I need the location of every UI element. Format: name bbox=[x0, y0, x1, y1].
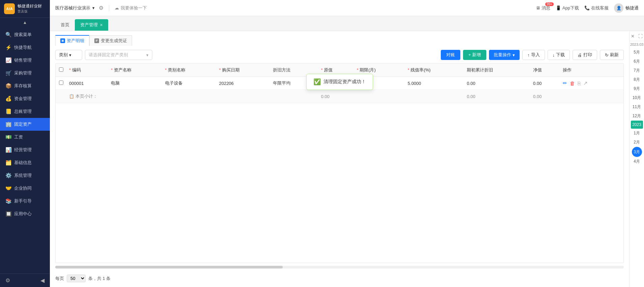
sidebar-item-label: 企业协同 bbox=[14, 185, 32, 191]
sidebar-item-label: 库存核算 bbox=[14, 83, 32, 89]
sidebar-icon: ⚙️ bbox=[5, 172, 11, 179]
company-selector[interactable]: 医疗器械行业演示 ▾ bbox=[55, 5, 95, 11]
more-icon[interactable]: ↗ bbox=[583, 80, 588, 86]
sidebar: AtA 畅捷通好业财 普及版 ▲ 🔍 搜索菜单 ⚡ 快捷导航 📈 销售管理 🛒 … bbox=[0, 0, 50, 287]
tab-asset-management[interactable]: 资产管理 ✕ bbox=[75, 19, 108, 31]
sidebar-item-库存核算[interactable]: 📦 库存核算 bbox=[0, 79, 50, 92]
sidebar-item-新手引导[interactable]: 📚 新手引导 bbox=[0, 195, 50, 208]
sidebar-item-应用中心[interactable]: 🔲 应用中心 bbox=[0, 208, 50, 220]
batch-button[interactable]: 批量操作 ▾ bbox=[489, 50, 520, 60]
month-item[interactable]: 12月 bbox=[631, 111, 643, 121]
sidebar-item-搜索菜单[interactable]: 🔍 搜索菜单 bbox=[0, 28, 50, 41]
import-label: 导入 bbox=[531, 52, 540, 58]
expand-panel-icon[interactable]: ⛶ bbox=[638, 34, 643, 39]
experience-btn[interactable]: ☁ 我要体验一下 bbox=[115, 5, 147, 11]
month-item[interactable]: 3月 bbox=[632, 147, 642, 157]
tab-home[interactable]: 首页 bbox=[55, 19, 75, 31]
sidebar-icon: 🗂️ bbox=[5, 160, 11, 166]
svg-rect-4 bbox=[95, 39, 98, 42]
list-icon bbox=[60, 38, 65, 43]
tab-close-icon[interactable]: ✕ bbox=[100, 23, 103, 27]
month-item[interactable]: 4月 bbox=[631, 157, 643, 166]
settings-icon[interactable]: ⚙ bbox=[99, 5, 103, 11]
month-item[interactable]: 9月 bbox=[631, 84, 643, 93]
horizontal-scrollbar[interactable] bbox=[55, 266, 624, 268]
content-main: 资产明细 变更生成凭证 类别 ▾ 请选择固定资产类别 ▾ bbox=[50, 31, 629, 287]
edit-icon[interactable]: ✏ bbox=[563, 80, 567, 86]
per-page-select[interactable]: 50 100 bbox=[67, 275, 86, 282]
copy-icon[interactable]: ⎘ bbox=[578, 81, 581, 86]
month-item[interactable]: 6月 bbox=[631, 57, 643, 66]
refresh-button[interactable]: ↻ 刷新 bbox=[600, 50, 624, 60]
close-panel-icon[interactable]: ✕ bbox=[631, 34, 635, 39]
sidebar-icon: ⚡ bbox=[5, 44, 11, 51]
row-purchase-date: 202206 bbox=[216, 77, 270, 90]
month-item[interactable]: 7月 bbox=[631, 66, 643, 75]
th-purchase-date: 购买日期 bbox=[216, 64, 270, 77]
message-badge: 99+ bbox=[545, 2, 554, 6]
sidebar-item-固定资产[interactable]: 🏢 固定资产 bbox=[0, 118, 50, 131]
sidebar-icon: 📈 bbox=[5, 57, 11, 63]
company-name: 医疗器械行业演示 bbox=[55, 5, 90, 11]
row-actions: ✏ 🗑 ⎘ ↗ bbox=[560, 77, 623, 90]
user-menu[interactable]: 👤 畅捷通 bbox=[614, 3, 639, 13]
month-item[interactable]: 8月 bbox=[631, 75, 643, 84]
month-item[interactable]: 5月 bbox=[631, 48, 643, 57]
row-checkbox[interactable] bbox=[59, 81, 63, 85]
download-label: 下载 bbox=[556, 52, 565, 58]
reconcile-button[interactable]: 对账 bbox=[441, 50, 460, 60]
subtab-generate-voucher[interactable]: 变更生成凭证 bbox=[89, 35, 132, 46]
th-name: 资产名称 bbox=[108, 64, 162, 77]
delete-icon[interactable]: 🗑 bbox=[570, 81, 575, 86]
month-item[interactable]: 2月 bbox=[631, 138, 643, 147]
year-item[interactable]: 2023 bbox=[631, 121, 643, 129]
subtab-asset-detail[interactable]: 资产明细 bbox=[55, 35, 89, 46]
month-item[interactable]: 1月 bbox=[631, 129, 643, 138]
month-item[interactable]: 10月 bbox=[631, 93, 643, 102]
subtotal-label: 📋 本页小计： bbox=[66, 90, 318, 103]
sidebar-item-销售管理[interactable]: 📈 销售管理 bbox=[0, 54, 50, 67]
sidebar-item-经营管理[interactable]: 📊 经营管理 bbox=[0, 144, 50, 156]
sidebar-item-系统管理[interactable]: ⚙️ 系统管理 bbox=[0, 169, 50, 182]
app-download-label: App下载 bbox=[562, 5, 579, 11]
sidebar-icon: 🤝 bbox=[5, 185, 11, 191]
chevron-down-icon: ▾ bbox=[513, 53, 515, 58]
download-button[interactable]: ↓ 下载 bbox=[548, 50, 570, 60]
horizontal-scrollbar-wrap bbox=[55, 263, 624, 271]
print-button[interactable]: 🖨 打印 bbox=[573, 50, 597, 60]
sidebar-item-label: 基础信息 bbox=[14, 160, 32, 166]
sidebar-item-快捷导航[interactable]: ⚡ 快捷导航 bbox=[0, 41, 50, 54]
select-all-checkbox[interactable] bbox=[59, 67, 63, 72]
sidebar-item-资金管理[interactable]: 💰 资金管理 bbox=[0, 92, 50, 105]
sidebar-item-企业协同[interactable]: 🤝 企业协同 bbox=[0, 182, 50, 195]
th-net-value: 净值 bbox=[530, 64, 560, 77]
customer-service-btn[interactable]: 📞 在线客服 bbox=[584, 5, 609, 11]
category-input[interactable]: 请选择固定资产类别 ▾ bbox=[85, 50, 152, 60]
sidebar-item-采购管理[interactable]: 🛒 采购管理 bbox=[0, 67, 50, 79]
sidebar-item-label: 搜索菜单 bbox=[14, 32, 32, 38]
tab-asset-label: 资产管理 bbox=[80, 22, 98, 28]
settings-icon[interactable]: ⚙ bbox=[5, 277, 10, 284]
sidebar-item-基础信息[interactable]: 🗂️ 基础信息 bbox=[0, 156, 50, 169]
category-filter-label: 类别 bbox=[59, 52, 68, 58]
sidebar-item-工资[interactable]: 💵 工资 bbox=[0, 131, 50, 144]
pagination: 每页 50 100 条，共 1 条 bbox=[55, 271, 624, 283]
sidebar-item-总账管理[interactable]: 📒 总账管理 bbox=[0, 105, 50, 118]
toolbar: 类别 ▾ 请选择固定资产类别 ▾ 对账 + 新增 批量操作 ▾ bbox=[55, 50, 624, 60]
asset-table: ✅ 清理固定资产成功！ 编码 资产名称 类别名称 购买日期 bbox=[55, 63, 624, 263]
category-filter[interactable]: 类别 ▾ bbox=[55, 50, 82, 60]
message-btn[interactable]: 🖥 消息 99+ bbox=[536, 5, 550, 11]
import-button[interactable]: ↑ 导入 bbox=[522, 50, 545, 60]
collapse-icon[interactable]: ◀ bbox=[40, 277, 44, 284]
new-button[interactable]: + 新增 bbox=[463, 50, 486, 60]
row-name: 电脑 bbox=[108, 77, 162, 90]
per-page-label: 每页 bbox=[55, 276, 64, 282]
sidebar-scroll-up[interactable]: ▲ bbox=[0, 18, 50, 27]
month-item[interactable]: 11月 bbox=[631, 102, 643, 111]
success-toast: ✅ 清理固定资产成功！ bbox=[306, 74, 373, 90]
sidebar-icon: 📦 bbox=[5, 83, 11, 89]
sidebar-icon: 🏢 bbox=[5, 121, 11, 127]
import-icon: ↑ bbox=[527, 53, 530, 58]
filter-row: 类别 ▾ 请选择固定资产类别 ▾ bbox=[55, 50, 152, 60]
app-download-btn[interactable]: 📱 App下载 bbox=[556, 5, 579, 11]
